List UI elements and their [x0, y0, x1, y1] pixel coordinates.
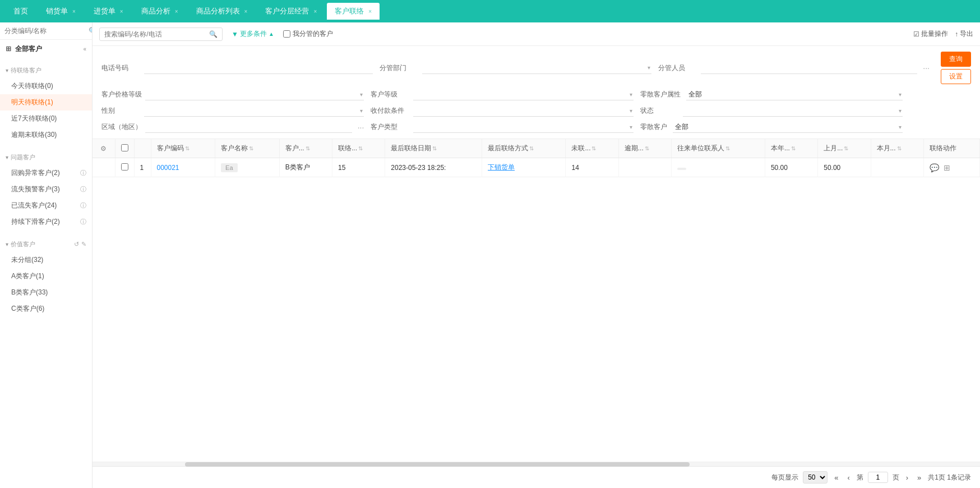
payment-select[interactable]: [413, 105, 633, 116]
sidebar: 🔍 ⊞ 全部客户 « ▾ 待联络客户 今天待联络(0) 明天待联络(1: [0, 22, 93, 488]
sidebar-item-a-class[interactable]: A类客户(1): [0, 268, 92, 284]
price-level-select[interactable]: [145, 89, 364, 100]
retail-customer-select[interactable]: 全部: [673, 121, 903, 132]
edit-icon[interactable]: ✎: [81, 241, 86, 248]
nav-purchase[interactable]: 进货单 ×: [86, 3, 131, 20]
close-segment-icon[interactable]: ×: [313, 8, 317, 15]
sidebar-item-churned[interactable]: 已流失客户(24) ⓘ: [0, 197, 92, 214]
search-input[interactable]: [104, 30, 207, 38]
sort-lmonth-icon: ⇅: [844, 145, 848, 151]
sidebar-item-b-class[interactable]: B类客户(33): [0, 284, 92, 301]
nav-product-analysis-list[interactable]: 商品分析列表 ×: [188, 3, 256, 20]
settings-button[interactable]: 设置: [941, 69, 971, 84]
sidebar-item-repurchase-abnormal[interactable]: 回购异常客户(2) ⓘ: [0, 165, 92, 181]
sidebar-item-7day-pending[interactable]: 近7天待联络(0): [0, 111, 92, 127]
region-input[interactable]: [145, 121, 352, 133]
sidebar-search-box[interactable]: 🔍: [0, 22, 92, 40]
nav-home[interactable]: 首页: [6, 3, 36, 20]
sidebar-all-customers-header[interactable]: ⊞ 全部客户 «: [0, 40, 92, 58]
prev-page-button[interactable]: ‹: [845, 472, 852, 483]
last-method-link[interactable]: 下销货单: [488, 163, 515, 171]
sidebar-search-icon[interactable]: 🔍: [89, 27, 93, 35]
export-button[interactable]: ↑ 导出: [955, 29, 973, 39]
nav-sales[interactable]: 销货单 ×: [38, 3, 84, 20]
col-type[interactable]: 客户... ⇅: [279, 139, 332, 158]
close-analysis-list-icon[interactable]: ×: [244, 8, 248, 15]
sidebar-search-input[interactable]: [4, 27, 89, 35]
collapse-icon[interactable]: «: [83, 46, 86, 52]
status-select-wrap[interactable]: ▾: [683, 105, 903, 117]
col-name[interactable]: 客户名称 ⇅: [215, 139, 280, 158]
nav-customer-segment[interactable]: 客户分层经营 ×: [257, 3, 325, 20]
col-this-month[interactable]: 本月... ⇅: [871, 139, 923, 158]
customer-type-select[interactable]: [413, 121, 633, 132]
contact-action-icon[interactable]: 💬: [930, 163, 939, 172]
sidebar-item-churn-warning[interactable]: 流失预警客户(3) ⓘ: [0, 181, 92, 197]
page-number-input[interactable]: [868, 472, 888, 483]
col-overdue[interactable]: 逾期... ⇅: [618, 139, 671, 158]
retail-attr-select[interactable]: 全部: [686, 89, 903, 100]
my-customers-checkbox[interactable]: 我分管的客户: [283, 29, 333, 39]
price-level-select-wrap[interactable]: ▾: [145, 89, 364, 100]
close-analysis-icon[interactable]: ×: [175, 8, 178, 15]
search-icon[interactable]: 🔍: [209, 30, 218, 38]
col-contact-person[interactable]: 往来单位联系人 ⇅: [672, 139, 765, 158]
sidebar-item-today-pending[interactable]: 今天待联络(0): [0, 78, 92, 94]
more-action-icon[interactable]: ⊞: [944, 163, 950, 172]
close-purchase-icon[interactable]: ×: [120, 8, 123, 15]
next-page-button[interactable]: ›: [904, 472, 910, 483]
col-code[interactable]: 客户编码 ⇅: [151, 139, 215, 158]
payment-select-wrap[interactable]: ▾: [413, 105, 633, 117]
col-settings[interactable]: ⚙: [93, 139, 115, 158]
row-code[interactable]: 000021: [151, 158, 215, 177]
manager-dots[interactable]: ···: [923, 63, 930, 72]
gender-select-wrap[interactable]: ▾: [144, 105, 364, 117]
query-button[interactable]: 查询: [941, 52, 971, 67]
dept-select[interactable]: [422, 62, 651, 73]
search-box[interactable]: 🔍: [99, 27, 223, 41]
data-table: ⚙ 客户编码 ⇅: [93, 139, 980, 462]
nav-customer-contact[interactable]: 客户联络 ×: [327, 3, 380, 20]
sidebar-item-c-class[interactable]: C类客户(6): [0, 301, 92, 317]
more-filter-button[interactable]: ▼ 更多条件 ▲: [227, 27, 279, 41]
sidebar-item-ungrouped[interactable]: 未分组(32): [0, 252, 92, 268]
batch-operation-button[interactable]: ☑ 批量操作: [913, 29, 948, 39]
col-no-contact[interactable]: 未联... ⇅: [566, 139, 618, 158]
col-this-year[interactable]: 本年... ⇅: [765, 139, 817, 158]
gender-select[interactable]: [144, 105, 364, 116]
region-dots[interactable]: ···: [358, 123, 364, 132]
col-last-month[interactable]: 上月... ⇅: [818, 139, 871, 158]
customer-type-select-wrap[interactable]: ▾: [413, 121, 633, 133]
per-page-select[interactable]: 50: [803, 471, 828, 484]
manager-input[interactable]: [701, 62, 918, 74]
horizontal-scrollbar[interactable]: [93, 462, 980, 466]
retail-attr-select-wrap[interactable]: 全部 ▾: [686, 89, 903, 100]
sidebar-item-tomorrow-pending[interactable]: 明天待联络(1): [0, 94, 92, 111]
nav-product-analysis[interactable]: 商品分析 ×: [133, 3, 186, 20]
col-last-date[interactable]: 最后联络日期 ⇅: [385, 139, 482, 158]
col-checkbox[interactable]: [115, 139, 134, 158]
customer-level-select[interactable]: [413, 89, 633, 100]
row-last-method[interactable]: 下销货单: [482, 158, 566, 177]
refresh-icon[interactable]: ↺: [74, 241, 79, 248]
sidebar-item-overdue-pending[interactable]: 逾期未联络(30): [0, 127, 92, 143]
close-sales-icon[interactable]: ×: [72, 8, 76, 15]
status-select[interactable]: [683, 105, 903, 116]
col-last-method[interactable]: 最后联络方式 ⇅: [482, 139, 566, 158]
my-customers-check[interactable]: [283, 30, 290, 38]
customer-level-select-wrap[interactable]: ▾: [413, 89, 633, 100]
close-contact-icon[interactable]: ×: [368, 8, 372, 15]
col-contacts[interactable]: 联络... ⇅: [332, 139, 385, 158]
first-page-button[interactable]: «: [832, 472, 840, 483]
row-overdue: [618, 158, 671, 177]
last-page-button[interactable]: »: [915, 472, 923, 483]
dept-select-wrap[interactable]: ▾: [422, 62, 651, 74]
row-check[interactable]: [121, 163, 128, 171]
phone-input[interactable]: [144, 62, 373, 74]
retail-customer-select-wrap[interactable]: 全部 ▾: [673, 121, 903, 133]
row-checkbox[interactable]: [115, 158, 134, 177]
select-all-checkbox[interactable]: [121, 144, 128, 151]
scrollbar-thumb[interactable]: [185, 462, 690, 467]
sidebar-item-declining[interactable]: 持续下滑客户(2) ⓘ: [0, 214, 92, 230]
row-actions: 💬 ⊞: [923, 158, 979, 177]
